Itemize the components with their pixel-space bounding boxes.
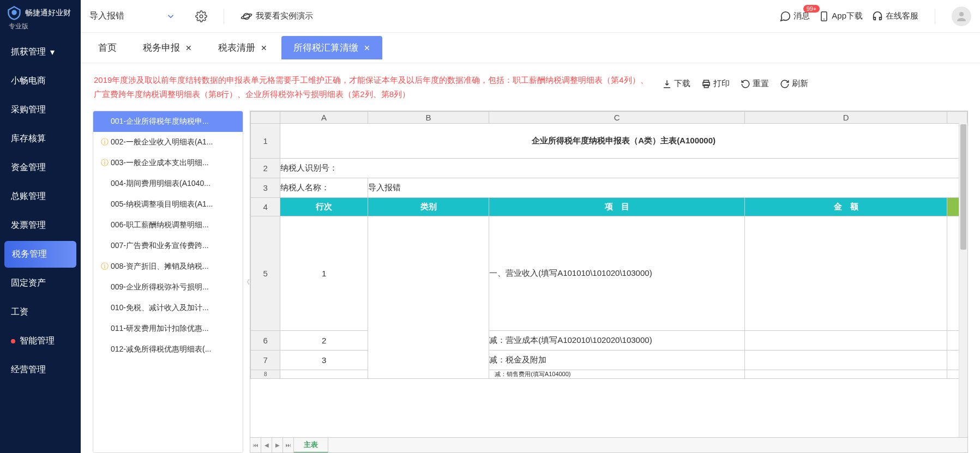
tab-2[interactable]: 税表清册✕ [206, 36, 279, 59]
import-error-label: 导入报错 [89, 10, 124, 22]
nav-item-label: 采购管理 [11, 104, 46, 116]
form-list-item-10[interactable]: 011-研发费用加计扣除优惠... [93, 318, 243, 339]
cell-rownum[interactable]: 2 [280, 331, 368, 351]
nav-item-label: 税务管理 [12, 249, 47, 260]
row-header[interactable]: 7 [251, 351, 280, 370]
table-header-item[interactable]: 项 目 [489, 198, 745, 216]
support-label: 在线客服 [886, 11, 918, 21]
refresh-button[interactable]: 刷新 [780, 78, 808, 89]
cell-amount[interactable] [745, 370, 947, 379]
cell-rownum[interactable]: 1 [280, 216, 368, 331]
tab-1[interactable]: 税务申报✕ [131, 36, 204, 59]
reset-button[interactable]: 重置 [741, 78, 769, 89]
settings-button[interactable] [195, 10, 207, 22]
user-avatar[interactable] [952, 7, 971, 26]
sheet-corner[interactable] [251, 112, 280, 124]
download-icon [662, 79, 672, 89]
download-button[interactable]: 下载 [662, 78, 690, 89]
cell-amount[interactable] [745, 331, 947, 351]
tab-3[interactable]: 所得税汇算清缴✕ [281, 36, 382, 59]
info-icon: ⓘ [101, 137, 109, 147]
svg-point-3 [241, 13, 252, 19]
nav-item-8[interactable]: 固定资产 [0, 269, 81, 298]
refresh-label: 刷新 [792, 78, 808, 89]
taxpayer-name-label[interactable]: 纳税人名称： [280, 178, 368, 198]
row-header[interactable]: 4 [251, 198, 280, 216]
table-header-category[interactable]: 类别 [368, 198, 489, 216]
nav-item-9[interactable]: 工资 [0, 298, 81, 327]
form-item-label: 006-职工薪酬纳税调整明细... [111, 220, 209, 230]
form-list-item-2[interactable]: ⓘ003-一般企业成本支出明细... [93, 153, 243, 173]
sidebar: 畅捷通好业财 专业版 抓获管理 ▾小畅电商采购管理库存核算资金管理总账管理发票管… [0, 0, 81, 453]
nav-item-6[interactable]: 发票管理 [0, 211, 81, 240]
form-list-item-9[interactable]: 010-免税、减计收入及加计... [93, 298, 243, 318]
collapse-handle[interactable]: 《 [243, 111, 250, 453]
svg-point-1 [200, 15, 203, 18]
row-header[interactable]: 6 [251, 331, 280, 351]
form-list-item-0[interactable]: 001-企业所得税年度纳税申... [93, 111, 243, 132]
cell-item[interactable]: 减：营业成本(填写A102010\102020\103000) [489, 331, 745, 351]
form-list-item-8[interactable]: 009-企业所得税弥补亏损明... [93, 277, 243, 298]
col-header-a[interactable]: A [280, 112, 368, 124]
table-header-rownum[interactable]: 行次 [280, 198, 368, 216]
sheet-nav-first[interactable]: ⏮ [250, 438, 261, 452]
divider [224, 9, 224, 24]
sheet-nav-last[interactable]: ⏭ [283, 438, 294, 452]
row-header[interactable]: 2 [251, 159, 280, 178]
print-label: 打印 [713, 78, 730, 89]
nav-item-3[interactable]: 库存核算 [0, 124, 81, 153]
col-header-extra[interactable] [947, 112, 967, 124]
vertical-scrollbar[interactable] [959, 123, 967, 437]
cell-item[interactable]: 减：税金及附加 [489, 351, 745, 370]
form-list-item-6[interactable]: 007-广告费和业务宣传费跨... [93, 235, 243, 256]
sheet-nav-prev[interactable]: ◀ [261, 438, 272, 452]
user-icon [955, 10, 968, 23]
nav-item-1[interactable]: 小畅电商 [0, 67, 81, 95]
sheet-title[interactable]: 企业所得税年度纳税申报表（A类）主表(A100000) [280, 124, 967, 159]
form-list-item-11[interactable]: 012-减免所得税优惠明细表(... [93, 339, 243, 360]
nav-item-11[interactable]: 经营管理 [0, 355, 81, 384]
close-icon[interactable]: ✕ [261, 44, 267, 52]
taxpayer-id-label[interactable]: 纳税人识别号： [280, 159, 967, 178]
row-header[interactable]: 3 [251, 178, 280, 198]
row-header[interactable]: 8 [251, 370, 280, 379]
nav-item-10[interactable]: 智能管理 [0, 327, 81, 355]
cell-category[interactable] [368, 216, 489, 379]
cell-amount[interactable] [745, 216, 947, 331]
cell-rownum[interactable] [280, 370, 368, 379]
print-button[interactable]: 打印 [701, 78, 730, 89]
table-header-amount[interactable]: 金 额 [745, 198, 947, 216]
form-list-item-3[interactable]: 004-期间费用明细表(A1040... [93, 173, 243, 194]
form-list-item-5[interactable]: 006-职工薪酬纳税调整明细... [93, 215, 243, 235]
support-button[interactable]: 在线客服 [871, 10, 918, 22]
form-list-item-4[interactable]: 005-纳税调整项目明细表(A1... [93, 194, 243, 215]
gear-icon [195, 10, 207, 22]
sheet-nav-next[interactable]: ▶ [272, 438, 283, 452]
app-download-button[interactable]: App下载 [819, 11, 863, 22]
demo-link[interactable]: 我要看实例演示 [241, 10, 313, 22]
row-header[interactable]: 1 [251, 124, 280, 159]
nav-item-7[interactable]: 税务管理 [4, 241, 76, 268]
cell-item[interactable]: 一、营业收入(填写A101010\101020\103000) [489, 216, 745, 331]
form-list-item-1[interactable]: ⓘ002-一般企业收入明细表(A1... [93, 132, 243, 153]
cell-rownum[interactable]: 3 [280, 351, 368, 370]
row-header[interactable]: 5 [251, 216, 280, 331]
dropdown-toggle[interactable] [166, 11, 176, 21]
messages-button[interactable]: 消息 99+ [779, 10, 810, 22]
nav-item-2[interactable]: 采购管理 [0, 95, 81, 124]
tab-0[interactable]: 首页 [86, 36, 129, 59]
form-list-item-7[interactable]: ⓘ008-资产折旧、摊销及纳税... [93, 256, 243, 277]
form-item-label: 002-一般企业收入明细表(A1... [111, 137, 213, 147]
cell-amount[interactable] [745, 351, 947, 370]
sheet-tab-main[interactable]: 主表 [294, 438, 328, 453]
nav-item-0[interactable]: 抓获管理 ▾ [0, 38, 81, 67]
nav-item-5[interactable]: 总账管理 [0, 182, 81, 211]
col-header-d[interactable]: D [745, 112, 947, 124]
taxpayer-name-value[interactable]: 导入报错 [368, 178, 967, 198]
col-header-b[interactable]: B [368, 112, 489, 124]
cell-item[interactable]: 减：销售费用(填写A104000) [489, 370, 745, 379]
nav-item-4[interactable]: 资金管理 [0, 153, 81, 182]
close-icon[interactable]: ✕ [364, 44, 370, 52]
close-icon[interactable]: ✕ [185, 44, 192, 52]
col-header-c[interactable]: C [489, 112, 745, 124]
